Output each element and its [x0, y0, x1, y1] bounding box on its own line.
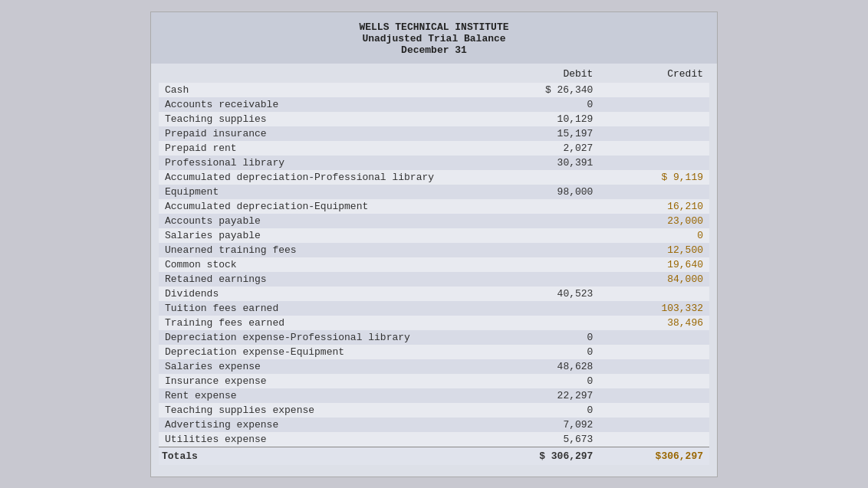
row-credit — [599, 287, 709, 301]
row-label: Utilities expense — [159, 432, 489, 447]
row-label: Accounts receivable — [159, 97, 489, 112]
row-credit — [599, 185, 709, 199]
table-row: Equipment98,000 — [159, 185, 709, 199]
table-row: Salaries payable0 — [159, 228, 709, 243]
row-credit: 16,210 — [599, 199, 709, 214]
table-row: Accounts payable23,000 — [159, 214, 709, 228]
row-label: Insurance expense — [159, 374, 489, 388]
row-debit: 98,000 — [489, 185, 600, 199]
table-row: Accumulated depreciation-Equipment16,210 — [159, 199, 709, 214]
header-line3: December 31 — [166, 44, 702, 56]
row-credit: 103,332 — [599, 301, 709, 316]
row-credit — [599, 83, 709, 97]
main-container: WELLS TECHNICAL INSTITUTE Unadjusted Tri… — [150, 11, 718, 477]
row-credit: 84,000 — [599, 272, 709, 287]
table-row: Cash$ 26,340 — [159, 83, 709, 97]
table-row: Accounts receivable0 — [159, 97, 709, 112]
row-credit — [599, 432, 709, 447]
row-credit — [599, 330, 709, 345]
table-row: Depreciation expense-Professional librar… — [159, 330, 709, 345]
totals-label: Totals — [159, 447, 489, 465]
row-label: Rent expense — [159, 388, 489, 403]
column-header-row: Debit Credit — [159, 65, 709, 83]
row-debit — [489, 243, 600, 257]
row-credit: 19,640 — [599, 257, 709, 272]
row-debit: 48,628 — [489, 359, 600, 374]
row-debit: 0 — [489, 330, 600, 345]
row-credit — [599, 97, 709, 112]
row-credit — [599, 156, 709, 170]
row-credit — [599, 403, 709, 418]
row-label: Salaries payable — [159, 228, 489, 243]
label-column-header — [159, 65, 489, 83]
row-label: Cash — [159, 83, 489, 97]
table-row: Rent expense22,297 — [159, 388, 709, 403]
row-credit: 38,496 — [599, 316, 709, 330]
header-line1: WELLS TECHNICAL INSTITUTE — [166, 21, 702, 33]
table-row: Teaching supplies expense0 — [159, 403, 709, 418]
row-label: Accumulated depreciation-Professional li… — [159, 170, 489, 185]
row-debit: 7,092 — [489, 418, 600, 432]
row-credit: 12,500 — [599, 243, 709, 257]
table-row: Dividends40,523 — [159, 287, 709, 301]
row-debit — [489, 199, 600, 214]
row-debit: 40,523 — [489, 287, 600, 301]
row-label: Teaching supplies — [159, 112, 489, 126]
row-label: Prepaid rent — [159, 141, 489, 156]
row-credit: $ 9,119 — [599, 170, 709, 185]
row-credit — [599, 374, 709, 388]
row-label: Common stock — [159, 257, 489, 272]
row-debit: 0 — [489, 345, 600, 359]
row-label: Depreciation expense-Professional librar… — [159, 330, 489, 345]
row-label: Prepaid insurance — [159, 126, 489, 141]
table-row: Accumulated depreciation-Professional li… — [159, 170, 709, 185]
row-debit: 0 — [489, 97, 600, 112]
table-row: Utilities expense5,673 — [159, 432, 709, 447]
row-label: Accumulated depreciation-Equipment — [159, 199, 489, 214]
row-credit — [599, 359, 709, 374]
row-label: Training fees earned — [159, 316, 489, 330]
debit-column-header: Debit — [489, 65, 600, 83]
table-row: Prepaid rent2,027 — [159, 141, 709, 156]
row-debit: 5,673 — [489, 432, 600, 447]
table-row: Unearned training fees12,500 — [159, 243, 709, 257]
table-row: Retained earnings84,000 — [159, 272, 709, 287]
row-debit — [489, 228, 600, 243]
row-debit — [489, 257, 600, 272]
table-row: Salaries expense48,628 — [159, 359, 709, 374]
row-credit: 23,000 — [599, 214, 709, 228]
row-debit: $ 26,340 — [489, 83, 600, 97]
row-debit: 0 — [489, 403, 600, 418]
table-row: Professional library30,391 — [159, 156, 709, 170]
row-label: Salaries expense — [159, 359, 489, 374]
row-debit: 10,129 — [489, 112, 600, 126]
row-label: Equipment — [159, 185, 489, 199]
table-row: Advertising expense7,092 — [159, 418, 709, 432]
table-row: Prepaid insurance15,197 — [159, 126, 709, 141]
totals-debit: $ 306,297 — [489, 447, 600, 465]
row-credit — [599, 126, 709, 141]
row-label: Dividends — [159, 287, 489, 301]
credit-column-header: Credit — [599, 65, 709, 83]
row-label: Tuition fees earned — [159, 301, 489, 316]
row-label: Unearned training fees — [159, 243, 489, 257]
row-credit — [599, 112, 709, 126]
row-debit — [489, 301, 600, 316]
row-label: Accounts payable — [159, 214, 489, 228]
table-area: Debit Credit Cash$ 26,340Accounts receiv… — [151, 65, 717, 477]
row-label: Teaching supplies expense — [159, 403, 489, 418]
table-row: Common stock19,640 — [159, 257, 709, 272]
table-row: Training fees earned38,496 — [159, 316, 709, 330]
row-credit: 0 — [599, 228, 709, 243]
row-credit — [599, 418, 709, 432]
row-label: Advertising expense — [159, 418, 489, 432]
row-debit — [489, 214, 600, 228]
row-credit — [599, 141, 709, 156]
totals-credit: $306,297 — [599, 447, 709, 465]
row-debit — [489, 170, 600, 185]
table-row: Insurance expense0 — [159, 374, 709, 388]
row-label: Retained earnings — [159, 272, 489, 287]
report-header: WELLS TECHNICAL INSTITUTE Unadjusted Tri… — [151, 12, 717, 64]
row-label: Professional library — [159, 156, 489, 170]
row-debit: 15,197 — [489, 126, 600, 141]
